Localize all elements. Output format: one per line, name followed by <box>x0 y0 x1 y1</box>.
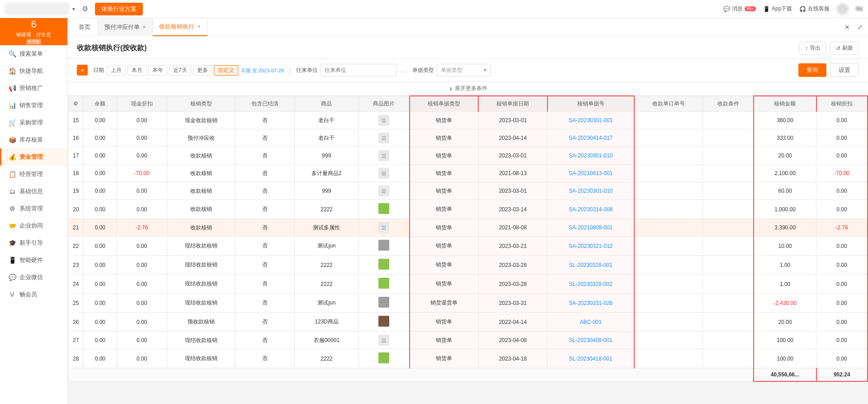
date-btn-this-month[interactable]: 本月 <box>127 65 146 76</box>
sidebar-item-basic-info[interactable]: 🗂 基础信息 <box>0 183 67 200</box>
cell-balance: 0.00 <box>84 182 117 200</box>
trial-industry-button[interactable]: 体验行业方案 <box>95 3 143 15</box>
filter-expand-button[interactable]: » <box>77 65 88 76</box>
filter-bar: » 日期 上月 本月 本年 近7天 更多 自定义 不限 至 2023-07-26 <box>68 59 868 82</box>
cell-balance: 0.00 <box>84 200 117 219</box>
cell-cash-discount: 0.00 <box>117 313 167 332</box>
sidebar-item-system[interactable]: ⚙ 系统管理 <box>0 200 67 217</box>
date-btn-last-month[interactable]: 上月 <box>107 65 126 76</box>
date-btn-this-year[interactable]: 本年 <box>148 65 167 76</box>
sidebar-item-inventory[interactable]: 📦 库存核算 <box>0 131 67 148</box>
cell-cancel-type: 现结收款核销 <box>167 237 236 256</box>
tab-bar: 首页 预付冲应付单 ✕ 收款核销执行 ✕ ✕ ⤢ <box>68 18 868 36</box>
cell-product: 2222 <box>294 256 359 275</box>
sidebar-item-marketing[interactable]: 📢 营销推广 <box>0 80 67 97</box>
cell-receipt-condition <box>703 237 754 256</box>
avatar[interactable] <box>837 3 849 15</box>
cell-cancel-bill-type: 销货单 <box>410 349 478 368</box>
app-download-button[interactable]: 📱 App下载 <box>763 5 792 13</box>
partner-input[interactable] <box>321 64 396 76</box>
filter-settings-button[interactable]: 设置 <box>830 63 859 77</box>
purchase-icon: 🛒 <box>9 119 16 126</box>
date-btn-custom[interactable]: 自定义 <box>214 65 238 76</box>
table-row: 23 0.00 0.00 现结收款核销 否 2222 销货单 2023-03-2… <box>68 256 868 275</box>
tab-receipt-cancel-close[interactable]: ✕ <box>197 24 201 29</box>
sidebar-item-label: 企业协同 <box>19 222 43 230</box>
cell-receipt-condition <box>703 129 754 147</box>
sidebar-item-operations[interactable]: 📋 经营管理 <box>0 166 67 183</box>
sidebar-item-search[interactable]: 🔍 搜索菜单 <box>0 45 67 62</box>
cell-product: 999 <box>294 182 359 200</box>
user-name: Rit <box>856 6 863 12</box>
sidebar-item-guide[interactable]: 🎓 新手引导 <box>0 234 67 252</box>
cell-balance: 0.00 <box>84 219 117 237</box>
hardware-icon: 📱 <box>9 257 16 264</box>
date-btn-more[interactable]: 更多 <box>193 65 212 76</box>
sidebar-item-weixin[interactable]: 💬 企业微信 <box>0 269 67 286</box>
sidebar-item-purchase[interactable]: 🛒 采购管理 <box>0 114 67 131</box>
sidebar-item-member[interactable]: V 畅会员 <box>0 286 67 303</box>
cell-cancel-type: 收款核销 <box>167 182 236 200</box>
th-settings[interactable]: ⚙ <box>68 96 84 112</box>
export-button[interactable]: ↑ 导出 <box>799 42 826 55</box>
refresh-button[interactable]: ↺ 刷新 <box>830 42 859 55</box>
cell-include-closed: 否 <box>235 129 294 147</box>
tab-close-button[interactable]: ✕ <box>843 22 852 33</box>
sidebar-item-finance[interactable]: 💰 资金管理 <box>0 148 67 166</box>
sidebar-item-collab[interactable]: 🤝 企业协同 <box>0 217 67 234</box>
cell-cash-discount: 0.00 <box>117 294 167 313</box>
cell-cancel-bill-date: 2021-08-13 <box>478 165 547 182</box>
tab-home[interactable]: 首页 <box>71 18 98 36</box>
th-product-img: 商品图片 <box>359 96 410 112</box>
cell-cancel-discount: 0.00 <box>816 112 868 129</box>
sidebar-item-quicknav[interactable]: 🏠 快捷导航 <box>0 62 67 80</box>
cell-no: 25 <box>68 294 84 313</box>
cell-cancel-bill-no: ABC-001 <box>547 313 635 332</box>
cell-cancel-amount: 100.00 <box>754 332 816 349</box>
tab-prepay-close[interactable]: ✕ <box>142 24 146 29</box>
cell-cancel-type: 现结收款核销 <box>167 275 236 294</box>
sidebar-item-label: 智能硬件 <box>19 256 43 264</box>
cell-cancel-type: 收款核销 <box>167 219 236 237</box>
cell-include-closed: 否 <box>235 147 294 165</box>
cell-balance: 0.00 <box>84 165 117 182</box>
cell-cancel-type: 收款核销 <box>167 165 236 182</box>
sidebar-item-sales[interactable]: 📊 销售管理 <box>0 97 67 114</box>
settings-button[interactable]: ⚙ <box>79 3 91 15</box>
cell-cancel-bill-no: SA-20230301-001 <box>547 112 635 129</box>
cell-cash-discount: 0.00 <box>117 256 167 275</box>
cell-receipt-condition <box>703 294 754 313</box>
operations-icon: 📋 <box>9 171 16 178</box>
expand-conditions-button[interactable]: ∨ 展开更多条件 <box>449 85 487 92</box>
bill-type-label: 单据类型 <box>412 67 434 74</box>
cell-cancel-bill-date: 2023-03-01 <box>478 182 547 200</box>
table-row: 25 0.00 0.00 现结收款核销 否 测试jun 销货退货单 2023-0… <box>68 294 868 313</box>
company-selector[interactable] <box>5 3 69 15</box>
online-service-button[interactable]: 🎧 在线客服 <box>799 5 830 13</box>
tab-receipt-cancel[interactable]: 收款核销执行 ✕ <box>153 18 208 36</box>
cell-cancel-discount: 0.00 <box>816 332 868 349</box>
cell-cancel-bill-no: SA-20230314-008 <box>547 200 635 219</box>
cell-receipt-order-no <box>634 294 703 313</box>
date-btn-7days[interactable]: 近7天 <box>169 65 191 76</box>
sidebar: 6 畅捷通，好生意 标准版 🔍 搜索菜单 🏠 快捷导航 📢 营销推广 📊 销售管… <box>0 18 68 404</box>
table-row: 16 0.00 0.00 预付冲应收 否 老白干 🖼 销货单 2023-04-1… <box>68 129 868 147</box>
bill-type-select[interactable]: 单据类型 <box>437 64 491 76</box>
tab-expand-button[interactable]: ⤢ <box>855 22 864 33</box>
cell-cancel-type: 现金收款核销 <box>167 112 236 129</box>
sidebar-item-label: 畅会员 <box>19 290 37 299</box>
cell-product: 2222 <box>294 349 359 368</box>
column-settings-icon[interactable]: ⚙ <box>73 100 78 107</box>
cell-cancel-bill-date: 2023-03-01 <box>478 147 547 165</box>
sidebar-item-hardware[interactable]: 📱 智能硬件 <box>0 252 67 269</box>
query-button[interactable]: 查询 <box>798 63 826 77</box>
product-thumbnail: 🖼 <box>378 150 389 161</box>
cell-no: 18 <box>68 165 84 182</box>
cell-include-closed: 否 <box>235 165 294 182</box>
cell-receipt-condition <box>703 182 754 200</box>
tab-prepay[interactable]: 预付冲应付单 ✕ <box>98 18 153 36</box>
weixin-icon: 💬 <box>9 274 16 281</box>
message-button[interactable]: 💬 消息 99+ <box>723 5 756 13</box>
cell-receipt-condition <box>703 200 754 219</box>
marketing-icon: 📢 <box>9 85 16 92</box>
